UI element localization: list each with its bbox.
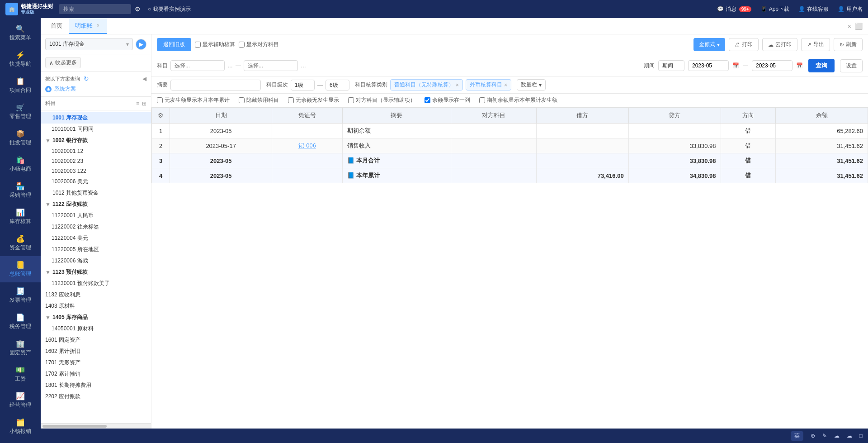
tree-item-2202[interactable]: 2202 应付账款 <box>41 391 151 402</box>
tree-item-10020003[interactable]: 10020003 122 <box>41 166 151 176</box>
tree-item-1701[interactable]: 1701 无形资产 <box>41 357 151 368</box>
tree-scrollbar[interactable] <box>41 423 151 429</box>
no-balance-checkbox[interactable] <box>157 97 163 103</box>
sidebar-item-quick-nav[interactable]: ⚡ 快捷导航 <box>0 46 41 72</box>
tree-item-1801[interactable]: 1801 长期待摊费用 <box>41 380 151 391</box>
sidebar-item-basic-info[interactable]: ℹ️ 基础信息 <box>0 440 41 443</box>
tree-item-11220001[interactable]: 11220001 人民币 <box>41 210 151 221</box>
tree-item-11220004[interactable]: 11220004 美元 <box>41 233 151 244</box>
show-begin-balance-checkbox[interactable] <box>479 97 485 103</box>
refresh-icon[interactable]: ↻ <box>84 75 89 82</box>
summary-input[interactable] <box>170 80 261 91</box>
tree-item-1123[interactable]: ▼ 1123 预付账款 <box>41 267 151 278</box>
period-end-input[interactable] <box>752 60 793 71</box>
tab-close-btn[interactable]: × <box>95 23 101 29</box>
tree-item-10020002[interactable]: 10020002 23 <box>41 156 151 166</box>
cloud-print-btn[interactable]: ☁ 云打印 <box>762 38 797 51</box>
account-nav-btn[interactable]: ▶ <box>136 39 146 50</box>
refresh-btn[interactable]: ↻ 刷新 <box>834 38 863 51</box>
sidebar-item-retail[interactable]: 🛒 零售管理 <box>0 99 41 125</box>
show-contra-checkbox[interactable] <box>239 42 245 48</box>
sidebar-item-salary[interactable]: 💵 工资 <box>0 361 41 387</box>
tree-item-11220002[interactable]: 11220002 往来标签 <box>41 221 151 233</box>
category-tag-close-2[interactable]: × <box>504 82 507 88</box>
status-add-icon[interactable]: ⊕ <box>811 433 815 439</box>
tree-item-10020001[interactable]: 10020001 12 <box>41 146 151 156</box>
sidebar-item-finance[interactable]: 💰 资金管理 <box>0 230 41 256</box>
tree-item-1122[interactable]: ▼ 1122 应收账款 <box>41 199 151 210</box>
subject-input[interactable] <box>170 60 225 71</box>
sidebar-item-project[interactable]: 📋 项目合同 <box>0 72 41 99</box>
sidebar-item-accounting[interactable]: 📒 总账管理 <box>0 256 41 282</box>
show-aux-checkbox-label[interactable]: 显示辅助核算 <box>195 41 235 48</box>
settings-btn[interactable]: 设置 <box>840 59 863 72</box>
level-end-select[interactable]: 6级 5级 <box>326 80 349 91</box>
tab-close-icon[interactable]: × <box>848 23 851 30</box>
tree-item-11230001[interactable]: 11230001 预付账款美子 <box>41 278 151 289</box>
category-tag-close-1[interactable]: × <box>456 82 459 88</box>
status-cloud-icon-1[interactable]: ☁ <box>834 433 840 439</box>
no-balance-checkbox-label[interactable]: 无发生额显示本月本年累计 <box>157 96 230 104</box>
period-start-input[interactable] <box>688 60 729 71</box>
message-btn[interactable]: 💬 消息 99+ <box>717 5 751 13</box>
tree-item-1702[interactable]: 1702 累计摊销 <box>41 368 151 380</box>
show-aux-checkbox[interactable] <box>195 42 201 48</box>
no-balance-show-checkbox[interactable] <box>288 97 294 103</box>
tree-sort-icon[interactable]: ⊞ <box>142 100 146 107</box>
tab-detail[interactable]: 明细账 × <box>69 18 107 34</box>
print-btn[interactable]: 🖨 打印 <box>729 38 759 51</box>
quantity-dropdown[interactable]: 数量栏 ▾ <box>517 79 546 91</box>
sidebar-item-tax[interactable]: 📄 税务管理 <box>0 309 41 335</box>
export-btn[interactable]: ↗ 导出 <box>801 38 830 51</box>
voucher-link[interactable]: 记-006 <box>298 142 316 149</box>
return-old-btn[interactable]: 退回旧版 <box>157 38 191 51</box>
tab-home[interactable]: 首页 <box>44 18 69 34</box>
app-download-btn[interactable]: 📱 App下载 <box>760 5 789 13</box>
show-balance-col-checkbox[interactable] <box>425 97 430 103</box>
sidebar-item-purchase[interactable]: 🏪 采购管理 <box>0 177 41 204</box>
query-btn[interactable]: 查询 <box>808 59 835 72</box>
sidebar-item-invoice[interactable]: 🧾 发票管理 <box>0 282 41 309</box>
show-contra-detail-checkbox[interactable] <box>348 97 354 103</box>
tree-item-1405[interactable]: ▼ 1405 库存商品 <box>41 312 151 323</box>
tree-item-1602[interactable]: 1602 累计折旧 <box>41 346 151 357</box>
sidebar-item-search[interactable]: 🔍 搜索菜单 <box>0 20 41 46</box>
subject-end-input[interactable] <box>244 60 298 71</box>
status-edit-icon[interactable]: ✎ <box>822 433 827 439</box>
top-search-input[interactable] <box>59 4 131 14</box>
tree-list-icon[interactable]: ≡ <box>136 100 139 107</box>
sidebar-item-fixed-assets[interactable]: 🏢 固定资产 <box>0 335 41 361</box>
sidebar-item-operations[interactable]: 📈 经营管理 <box>0 387 41 414</box>
tree-item-1001[interactable]: 1001 库存现金 <box>41 112 151 124</box>
tree-item-1132[interactable]: 1132 应收利息 <box>41 289 151 300</box>
status-window-icon[interactable]: □ <box>859 433 863 439</box>
tree-item-1012[interactable]: 1012 其他货币资金 <box>41 187 151 199</box>
style-dropdown-btn[interactable]: 金额式 ▾ <box>693 38 725 51</box>
status-translate-btn[interactable]: 英 <box>791 431 803 441</box>
table-gear-icon[interactable]: ⚙ <box>156 112 165 119</box>
tree-item-1002[interactable]: ▼ 1002 银行存款 <box>41 135 151 146</box>
tab-maximize-icon[interactable]: ⬜ <box>855 23 863 30</box>
tree-item-10020006[interactable]: 10020006 美元 <box>41 176 151 187</box>
show-contra-detail-checkbox-label[interactable]: 对方科目（显示辅助项） <box>348 96 415 104</box>
status-cloud-icon-2[interactable]: ☁ <box>847 433 852 439</box>
sidebar-item-wholesale[interactable]: 📦 批发管理 <box>0 125 41 151</box>
period-type-select[interactable]: 期间 月份 <box>658 60 684 71</box>
tree-item-11220006[interactable]: 11220006 游戏 <box>41 255 151 267</box>
sidebar-item-report[interactable]: 🗂️ 小畅报销 <box>0 414 41 440</box>
tree-item-14050001[interactable]: 14050001 原材料 <box>41 323 151 334</box>
sidebar-item-mini-shop[interactable]: 🛍️ 小畅电商 <box>0 151 41 177</box>
collapse-icon[interactable]: ◀ <box>142 76 146 82</box>
level-start-select[interactable]: 1级 2级 <box>291 80 315 91</box>
user-menu-btn[interactable]: 👤 用户名 <box>838 5 863 13</box>
settings-icon[interactable]: ⚙ <box>135 5 141 13</box>
show-balance-col-checkbox-label[interactable]: 余额显示在一列 <box>425 96 470 104</box>
period-calendar-end-icon[interactable]: 📅 <box>796 62 803 69</box>
tree-item-1403[interactable]: 1403 原材料 <box>41 300 151 312</box>
no-balance-show-checkbox-label[interactable]: 无余额无发生显示 <box>288 96 339 104</box>
hide-disabled-checkbox-label[interactable]: 隐藏禁用科目 <box>239 96 279 104</box>
show-begin-balance-checkbox-label[interactable]: 期初余额显示本年累计发生额 <box>479 96 557 104</box>
tree-item-11220005[interactable]: 11220005 所在地区 <box>41 244 151 255</box>
demo-link[interactable]: ○ 我要看实例演示 <box>148 5 191 13</box>
tree-item-10010001[interactable]: 10010001 同同同 <box>41 124 151 135</box>
